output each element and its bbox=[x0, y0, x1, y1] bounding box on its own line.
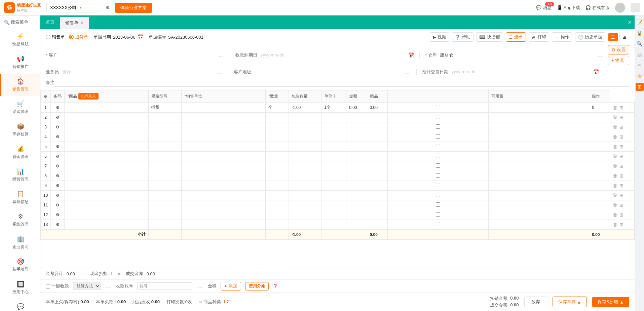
row-price[interactable] bbox=[346, 132, 367, 142]
row-gift[interactable] bbox=[388, 142, 489, 152]
row-gear[interactable]: ⚙ bbox=[51, 122, 65, 132]
row-price[interactable] bbox=[346, 220, 367, 230]
row-barcode[interactable] bbox=[65, 142, 149, 152]
save-new-btn[interactable]: 保存&新增 ▲ bbox=[592, 297, 629, 307]
row-quantity[interactable]: -1.00 bbox=[289, 103, 321, 113]
video-btn[interactable]: ▶ 视频 bbox=[430, 32, 449, 42]
receive-date-input[interactable] bbox=[259, 51, 407, 59]
sidebar-item-purchase[interactable]: 🛒 采购管理 bbox=[0, 96, 40, 119]
address-more-icon[interactable]: ... bbox=[404, 69, 411, 75]
search-menu[interactable]: 🔍 搜索菜单 bbox=[0, 15, 40, 29]
row-barcode[interactable] bbox=[65, 152, 149, 161]
row-pack-qty[interactable] bbox=[321, 113, 346, 122]
row-gear[interactable]: ⚙ bbox=[51, 113, 65, 122]
row-pack-qty[interactable] bbox=[321, 181, 346, 191]
delete-row-icon[interactable]: 🗑 bbox=[613, 193, 617, 198]
row-product[interactable] bbox=[149, 142, 181, 152]
settings-icon-btn[interactable]: ⚙ bbox=[103, 3, 112, 12]
row-pack-qty[interactable] bbox=[321, 142, 346, 152]
copy-row-icon[interactable]: ⊞ bbox=[619, 173, 623, 179]
operation-btn[interactable]: ⋮ 操作 bbox=[552, 32, 572, 42]
row-quantity[interactable] bbox=[289, 181, 321, 191]
right-panel-icon-3[interactable]: 🔍 bbox=[636, 40, 644, 48]
row-spec[interactable] bbox=[181, 200, 265, 210]
row-price[interactable] bbox=[346, 191, 367, 200]
row-gear[interactable]: ⚙ bbox=[51, 132, 65, 142]
expense-split-btn[interactable]: 费用分摊 bbox=[245, 282, 269, 290]
row-unit[interactable] bbox=[265, 132, 289, 142]
row-price[interactable] bbox=[346, 142, 367, 152]
print-btn[interactable]: 🖨 打印 bbox=[529, 32, 549, 42]
th-gear[interactable]: ⚙ bbox=[41, 90, 51, 103]
one-click-payment-checkbox[interactable] bbox=[46, 284, 50, 288]
delete-row-icon[interactable]: 🗑 bbox=[613, 124, 617, 130]
delete-row-icon[interactable]: 🗑 bbox=[613, 144, 617, 149]
delete-row-icon[interactable]: 🗑 bbox=[613, 202, 617, 208]
right-panel-icon-5[interactable]: ✏ bbox=[636, 61, 644, 69]
row-barcode[interactable] bbox=[65, 103, 149, 113]
row-amount[interactable] bbox=[367, 181, 387, 191]
row-amount[interactable] bbox=[367, 171, 387, 181]
row-barcode[interactable] bbox=[65, 181, 149, 191]
save-draft-btn[interactable]: 保存草稿 ▲ bbox=[553, 297, 587, 307]
row-spec[interactable] bbox=[181, 220, 265, 230]
row-pack-qty[interactable] bbox=[321, 161, 346, 171]
logistics-btn[interactable]: + 物流 bbox=[608, 56, 629, 65]
sidebar-item-base-info[interactable]: 📋 基础信息 bbox=[0, 186, 40, 209]
row-product[interactable] bbox=[149, 181, 181, 191]
row-pack-qty[interactable] bbox=[321, 200, 346, 210]
row-unit[interactable] bbox=[265, 200, 289, 210]
sidebar-item-operations[interactable]: 📊 经营管理 bbox=[0, 164, 40, 186]
warehouse-more-icon[interactable]: ... bbox=[597, 52, 604, 58]
row-spec[interactable] bbox=[181, 113, 265, 122]
expected-date-calendar-icon[interactable]: 📅 bbox=[593, 69, 599, 75]
right-panel-icon-4[interactable]: 📖 bbox=[636, 50, 644, 59]
user-menu-btn[interactable] bbox=[631, 3, 640, 12]
row-barcode[interactable] bbox=[65, 171, 149, 181]
delete-row-icon[interactable]: 🗑 bbox=[613, 105, 617, 110]
row-unit[interactable]: 个 bbox=[265, 103, 289, 113]
copy-row-icon[interactable]: ⊞ bbox=[619, 222, 623, 227]
row-gear[interactable]: ⚙ bbox=[51, 103, 65, 113]
row-gift[interactable] bbox=[388, 171, 489, 181]
sidebar-item-enterprise[interactable]: 🏢 企业协同 bbox=[0, 231, 40, 254]
row-product[interactable] bbox=[149, 113, 181, 122]
row-gift[interactable] bbox=[388, 113, 489, 122]
row-spec[interactable] bbox=[181, 122, 265, 132]
row-pack-qty[interactable] bbox=[321, 152, 346, 161]
tab-home[interactable]: 首页 bbox=[40, 15, 60, 29]
delete-row-icon[interactable]: 🗑 bbox=[613, 222, 617, 227]
row-unit[interactable] bbox=[265, 181, 289, 191]
row-barcode[interactable] bbox=[65, 191, 149, 200]
row-gear[interactable]: ⚙ bbox=[51, 200, 65, 210]
row-quantity[interactable] bbox=[289, 122, 321, 132]
row-price[interactable] bbox=[346, 200, 367, 210]
row-product[interactable] bbox=[149, 171, 181, 181]
row-quantity[interactable] bbox=[289, 200, 321, 210]
row-spec[interactable] bbox=[181, 161, 265, 171]
customer-more-icon[interactable]: ... bbox=[217, 52, 224, 58]
row-gear[interactable]: ⚙ bbox=[51, 210, 65, 220]
row-amount[interactable] bbox=[367, 191, 387, 200]
delete-row-icon[interactable]: 🗑 bbox=[613, 154, 617, 159]
row-barcode[interactable] bbox=[65, 113, 149, 122]
add-payment-btn[interactable]: ● 添加 bbox=[221, 282, 241, 290]
delete-row-icon[interactable]: 🗑 bbox=[613, 115, 617, 120]
row-unit[interactable] bbox=[265, 161, 289, 171]
row-gear[interactable]: ⚙ bbox=[51, 181, 65, 191]
row-barcode[interactable] bbox=[65, 200, 149, 210]
row-spec[interactable] bbox=[181, 142, 265, 152]
doc-settings-btn[interactable]: ⚙ 设置 bbox=[608, 45, 629, 54]
delete-row-icon[interactable]: 🗑 bbox=[613, 134, 617, 140]
row-gear[interactable]: ⚙ bbox=[51, 220, 65, 230]
row-pack-qty[interactable] bbox=[321, 210, 346, 220]
delete-row-icon[interactable]: 🗑 bbox=[613, 173, 617, 179]
copy-row-icon[interactable]: ⊞ bbox=[619, 193, 623, 198]
right-panel-icon-2[interactable]: 🔒 bbox=[636, 29, 644, 37]
row-gift[interactable] bbox=[388, 103, 489, 113]
copy-row-icon[interactable]: ⊞ bbox=[619, 154, 623, 159]
salesperson-input[interactable] bbox=[60, 68, 214, 76]
row-price[interactable] bbox=[346, 171, 367, 181]
receive-date-calendar-icon[interactable]: 📅 bbox=[408, 52, 414, 58]
row-amount[interactable] bbox=[367, 210, 387, 220]
